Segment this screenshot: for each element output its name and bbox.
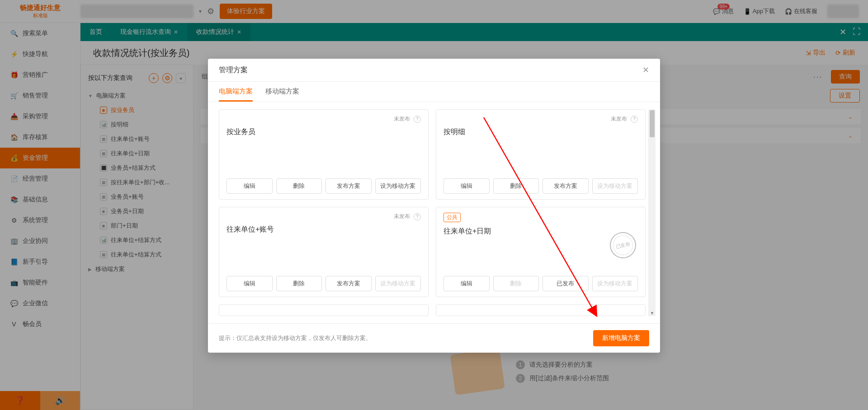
scheme-card-peek bbox=[436, 304, 646, 316]
scroll-thumb[interactable] bbox=[650, 110, 655, 137]
scheme-name: 按业务员 bbox=[226, 127, 421, 178]
card-publish-button[interactable]: 发布方案 bbox=[326, 178, 372, 194]
add-desktop-scheme-button[interactable]: 新增电脑方案 bbox=[593, 330, 649, 346]
card-delete-button[interactable]: 删除 bbox=[276, 178, 322, 194]
modal-close-icon[interactable]: ✕ bbox=[642, 65, 649, 75]
modal-footer: 提示：仅汇总表支持设为移动方案，仅发布人可删除方案。 新增电脑方案 bbox=[208, 323, 660, 353]
modal-tabs: 电脑端方案 移动端方案 bbox=[208, 82, 660, 102]
card-publish-button[interactable]: 已发布 bbox=[542, 276, 589, 291]
card-edit-button[interactable]: 编辑 bbox=[226, 178, 273, 194]
help-icon[interactable]: ? bbox=[414, 116, 421, 123]
card-edit-button[interactable]: 编辑 bbox=[226, 276, 273, 291]
card-setmobile-button[interactable]: 设为移动方案 bbox=[375, 178, 421, 194]
help-icon[interactable]: ? bbox=[631, 116, 638, 123]
card-publish-button[interactable]: 发布方案 bbox=[326, 276, 372, 291]
modal-tab-mobile[interactable]: 移动端方案 bbox=[265, 87, 299, 102]
card-edit-button[interactable]: 编辑 bbox=[443, 178, 490, 194]
modal-header: 管理方案 ✕ bbox=[208, 59, 660, 82]
card-delete-button[interactable]: 删除 bbox=[276, 276, 322, 291]
card-setmobile-button: 设为移动方案 bbox=[592, 178, 638, 194]
modal-body: 未发布?按业务员编辑删除发布方案设为移动方案未发布?按明细编辑删除发布方案设为移… bbox=[208, 102, 660, 323]
card-edit-button[interactable]: 编辑 bbox=[443, 276, 490, 291]
status-tag: 未发布 bbox=[394, 213, 410, 220]
scheme-card-peek bbox=[219, 304, 429, 316]
modal-scrollbar[interactable]: ▲ ▼ bbox=[648, 109, 656, 316]
public-tag: 公共 bbox=[443, 213, 461, 222]
card-setmobile-button: 设为移动方案 bbox=[375, 276, 421, 291]
help-icon[interactable]: ? bbox=[414, 213, 421, 220]
modal-footer-hint: 提示：仅汇总表支持设为移动方案，仅发布人可删除方案。 bbox=[219, 334, 593, 342]
scheme-card-2: 未发布?往来单位+账号编辑删除发布方案设为移动方案 bbox=[219, 207, 429, 297]
scroll-down-icon[interactable]: ▼ bbox=[649, 310, 656, 316]
scheme-card-0: 未发布?按业务员编辑删除发布方案设为移动方案 bbox=[219, 109, 429, 200]
card-delete-button[interactable]: 删除 bbox=[493, 178, 539, 194]
manage-scheme-modal: 管理方案 ✕ 电脑端方案 移动端方案 未发布?按业务员编辑删除发布方案设为移动方… bbox=[208, 59, 660, 353]
scheme-card-1: 未发布?按明细编辑删除发布方案设为移动方案 bbox=[436, 109, 646, 200]
status-tag: 未发布 bbox=[611, 115, 627, 123]
scheme-name: 往来单位+账号 bbox=[226, 225, 421, 276]
status-tag: 未发布 bbox=[394, 115, 410, 123]
scheme-card-grid: 未发布?按业务员编辑删除发布方案设为移动方案未发布?按明细编辑删除发布方案设为移… bbox=[219, 109, 648, 316]
modal-tab-desktop[interactable]: 电脑端方案 bbox=[219, 87, 253, 102]
scheme-card-3: 公共往来单位+日期已发布编辑删除已发布设为移动方案 bbox=[436, 207, 646, 297]
scheme-name: 按明细 bbox=[443, 127, 638, 178]
card-setmobile-button: 设为移动方案 bbox=[592, 276, 638, 291]
card-delete-button: 删除 bbox=[493, 276, 539, 291]
modal-title: 管理方案 bbox=[219, 65, 642, 75]
card-publish-button[interactable]: 发布方案 bbox=[542, 178, 589, 194]
scheme-name: 往来单位+日期 bbox=[443, 227, 638, 276]
